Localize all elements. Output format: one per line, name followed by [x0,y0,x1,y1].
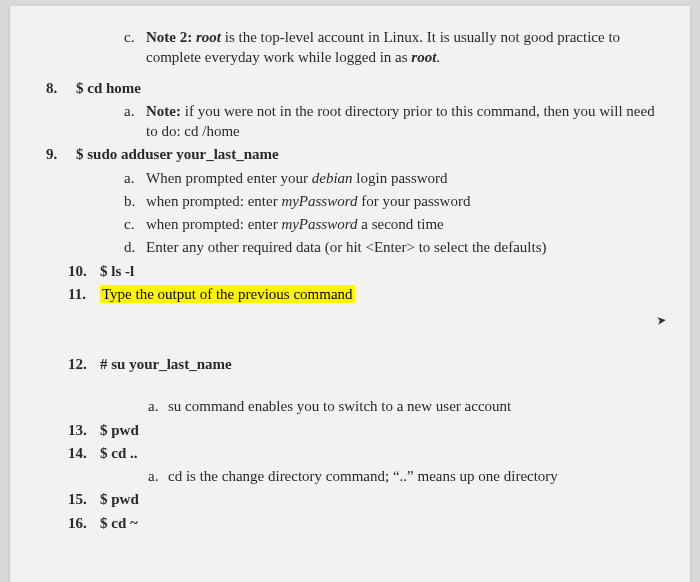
pre: when prompted: enter [146,216,281,232]
text-end: . [436,49,440,65]
step-8: 8. $ cd home [38,78,662,98]
step-text: $ cd home [76,78,662,98]
sub-label: b. [124,191,135,211]
sub-label: c. [124,27,134,47]
sub-label: a. [124,101,134,121]
sub-label: c. [124,214,134,234]
root-term: root [196,29,221,45]
step-text: $ ls -l [100,261,662,281]
step-number: 13. [68,420,87,440]
sub-label: a. [124,168,134,188]
step-text-wrapper: Type the output of the previous command [100,284,662,304]
step-10: 10. $ ls -l [38,261,662,281]
note-prefix: Note: [146,103,181,119]
step-9c: c. when prompted: enter myPassword a sec… [38,214,662,234]
text: cd is the change directory command; “..”… [168,466,662,486]
text: Enter any other required data (or hit <E… [146,237,662,257]
step-number: 12. [68,354,87,374]
step-9b: b. when prompted: enter myPassword for y… [38,191,662,211]
text: su command enables you to switch to a ne… [168,396,662,416]
step-number: 10. [68,261,87,281]
document-page: c. Note 2: root is the top-level account… [10,6,690,582]
spacer-small [38,377,662,393]
step-number: 11. [68,284,86,304]
post: for your password [358,193,471,209]
step-text: $ pwd [100,420,662,440]
step-number: 16. [68,513,87,533]
step-13: 13. $ pwd [38,420,662,440]
step-12: 12. # su your_last_name [38,354,662,374]
text-body: if you were not in the root directory pr… [146,103,655,139]
step-8a: a. Note: if you were not in the root dir… [38,101,662,142]
step-14: 14. $ cd .. [38,443,662,463]
highlighted-text: Type the output of the previous command [100,285,355,303]
step-11: 11. Type the output of the previous comm… [38,284,662,304]
post: a second time [358,216,444,232]
step-number: 15. [68,489,87,509]
text: When prompted enter your debian login pa… [146,168,662,188]
step-15: 15. $ pwd [38,489,662,509]
text: when prompted: enter myPassword for your… [146,191,662,211]
pre: When prompted enter your [146,170,312,186]
step-text: # su your_last_name [100,354,662,374]
step-text: $ pwd [100,489,662,509]
sub-item-c-note2: c. Note 2: root is the top-level account… [38,27,662,68]
note-prefix: Note 2: [146,29,192,45]
italic-term: myPassword [281,193,357,209]
cursor-icon: ➤ [655,311,667,328]
italic-term: debian [312,170,353,186]
step-number: 9. [46,144,57,164]
pre: when prompted: enter [146,193,281,209]
spacer [38,307,662,351]
step-9: 9. $ sudo adduser your_last_name [38,144,662,164]
text: when prompted: enter myPassword a second… [146,214,662,234]
step-12a: a. su command enables you to switch to a… [38,396,662,416]
step-text: $ sudo adduser your_last_name [76,144,662,164]
sub-label: a. [148,396,158,416]
sub-label: d. [124,237,135,257]
step-text: $ cd .. [100,443,662,463]
sub-label: a. [148,466,158,486]
root-term-2: root [411,49,436,65]
step-9d: d. Enter any other required data (or hit… [38,237,662,257]
step-number: 8. [46,78,57,98]
post: login password [353,170,448,186]
text: Note: if you were not in the root direct… [146,101,662,142]
step-14a: a. cd is the change directory command; “… [38,466,662,486]
step-16: 16. $ cd ~ [38,513,662,533]
step-number: 14. [68,443,87,463]
italic-term: myPassword [281,216,357,232]
step-9a: a. When prompted enter your debian login… [38,168,662,188]
step-text: $ cd ~ [100,513,662,533]
text: Note 2: root is the top-level account in… [146,27,662,68]
